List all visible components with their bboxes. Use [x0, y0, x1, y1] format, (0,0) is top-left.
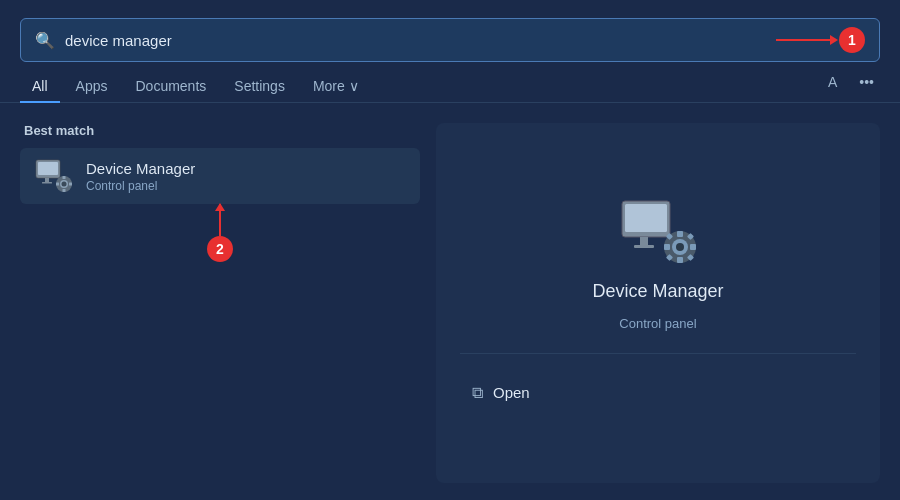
svg-rect-7 — [63, 189, 66, 192]
svg-rect-19 — [664, 244, 670, 250]
result-text: Device Manager Control panel — [86, 160, 195, 193]
detail-icon — [618, 197, 698, 267]
annotation-2-group: 2 — [207, 204, 233, 262]
open-label: Open — [493, 384, 530, 401]
svg-rect-1 — [38, 162, 58, 175]
annotation-2-arrow — [219, 204, 221, 236]
chevron-down-icon: ∨ — [349, 78, 359, 94]
result-item-subtitle: Control panel — [86, 179, 195, 193]
result-item-device-manager[interactable]: Device Manager Control panel — [20, 148, 420, 204]
svg-rect-9 — [69, 183, 72, 186]
search-icon: 🔍 — [35, 31, 55, 50]
tab-more[interactable]: More ∨ — [301, 70, 371, 102]
main-content: Best match — [0, 103, 900, 500]
svg-rect-18 — [677, 257, 683, 263]
divider — [460, 353, 856, 354]
nav-tabs: All Apps Documents Settings More ∨ A ••• — [0, 62, 900, 103]
svg-rect-13 — [640, 237, 648, 245]
detail-subtitle: Control panel — [619, 316, 696, 331]
annotation-badge-2: 2 — [207, 236, 233, 262]
svg-rect-2 — [45, 178, 49, 182]
svg-rect-12 — [625, 204, 667, 232]
device-manager-icon — [34, 158, 74, 194]
search-bar: 🔍 1 — [20, 18, 880, 62]
tab-documents[interactable]: Documents — [123, 70, 218, 102]
annotation-1-group: 1 — [776, 27, 865, 53]
section-label: Best match — [20, 123, 420, 138]
search-container: 🔍 1 — [0, 0, 900, 62]
open-button[interactable]: ⧉ Open — [460, 376, 542, 410]
annotation-badge-1: 1 — [839, 27, 865, 53]
svg-rect-8 — [56, 183, 59, 186]
svg-point-10 — [62, 182, 67, 187]
tab-apps[interactable]: Apps — [64, 70, 120, 102]
svg-rect-3 — [42, 182, 52, 184]
svg-rect-20 — [690, 244, 696, 250]
right-panel: Device Manager Control panel ⧉ Open — [436, 123, 880, 483]
svg-rect-6 — [63, 176, 66, 179]
svg-rect-14 — [634, 245, 654, 248]
detail-title: Device Manager — [592, 281, 723, 302]
nav-right-actions: A ••• — [822, 70, 880, 102]
result-item-wrapper: Device Manager Control panel 2 — [20, 148, 420, 204]
svg-point-25 — [676, 243, 684, 251]
left-panel: Best match — [20, 123, 420, 483]
nav-more-options-button[interactable]: ••• — [853, 70, 880, 94]
external-link-icon: ⧉ — [472, 384, 483, 402]
result-item-title: Device Manager — [86, 160, 195, 177]
search-input[interactable] — [65, 32, 766, 49]
tab-more-label: More — [313, 78, 345, 94]
tab-settings[interactable]: Settings — [222, 70, 297, 102]
svg-rect-17 — [677, 231, 683, 237]
annotation-1-arrow — [776, 39, 831, 41]
nav-a-button[interactable]: A — [822, 70, 843, 94]
tab-all[interactable]: All — [20, 70, 60, 102]
